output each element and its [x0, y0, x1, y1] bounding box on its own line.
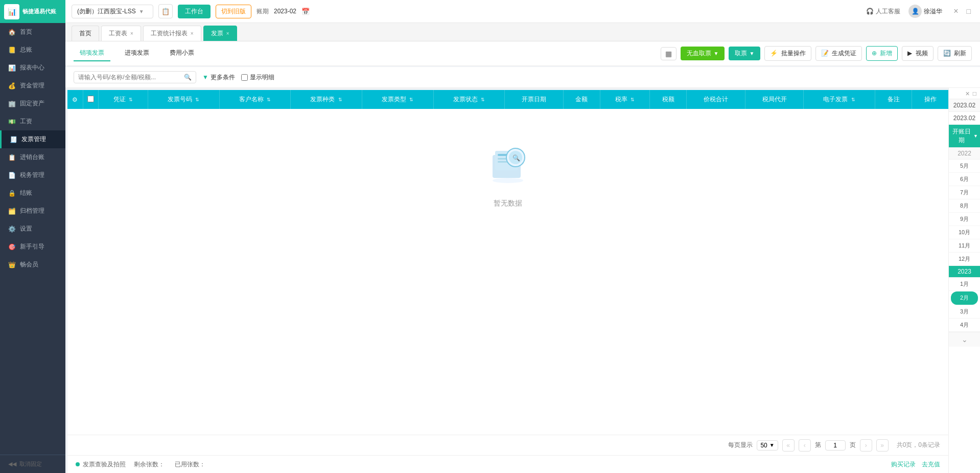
sidebar-item-settings[interactable]: ⚙️ 设置 — [0, 220, 65, 238]
date-expand-label: 开账日期 — [951, 127, 972, 145]
sidebar-item-label: 总账 — [20, 46, 32, 54]
tab-payroll-table[interactable]: 工资表 × — [101, 26, 141, 41]
date-item-9[interactable]: 9月 — [949, 213, 980, 226]
page-input[interactable] — [825, 440, 846, 451]
maximize-window-button[interactable]: □ — [964, 6, 974, 16]
sidebar-item-beginner[interactable]: 🎯 新手引导 — [0, 238, 65, 256]
show-detail-checkbox-wrapper[interactable]: 显示明细 — [241, 73, 274, 82]
payroll-table-close-icon[interactable]: × — [130, 31, 133, 36]
new-button[interactable]: ⊕ 新增 — [866, 46, 898, 61]
refresh-button[interactable]: 🔄 刷新 — [938, 46, 972, 61]
purchase-record-link[interactable]: 购买记录 — [891, 460, 916, 469]
sidebar-item-home[interactable]: 🏠 首页 — [0, 23, 65, 41]
invoice-type-sort-icon[interactable]: ⇅ — [338, 97, 342, 102]
batch-op-button[interactable]: ⚡ 批量操作 — [764, 46, 811, 61]
date-item-4-2023[interactable]: 4月 — [949, 319, 980, 332]
date-item-12[interactable]: 12月 — [949, 253, 980, 266]
col-operations: 操作 — [912, 90, 948, 109]
company-selector[interactable]: (勿删）江西股宝-LSS ▼ — [72, 5, 153, 18]
batch-op-label: 批量操作 — [781, 50, 806, 57]
date-item-2-2023-active[interactable]: 2月 — [951, 291, 978, 305]
grid-view-button[interactable]: ▦ — [661, 47, 676, 60]
sidebar-item-reports[interactable]: 📊 报表中心 — [0, 59, 65, 77]
sidebar-item-tax-mgmt[interactable]: 📄 税务管理 — [0, 166, 65, 184]
copy-button[interactable]: 📋 — [158, 4, 173, 18]
service-button[interactable]: 🎧 人工客服 — [866, 7, 900, 16]
show-detail-checkbox[interactable] — [241, 74, 248, 81]
search-icon[interactable]: 🔍 — [184, 74, 192, 81]
sidebar-item-sales-ledger[interactable]: 📋 进销台账 — [0, 148, 65, 166]
sidebar-item-archive[interactable]: 🗂️ 归档管理 — [0, 202, 65, 220]
invoice-no-sort-icon[interactable]: ⇅ — [195, 97, 199, 102]
gen-voucher-button[interactable]: 📝 生成凭证 — [815, 46, 862, 61]
tab-payroll-stats[interactable]: 工资统计报表 × — [143, 26, 201, 41]
sidebar-item-payroll[interactable]: 💵 工资 — [0, 112, 65, 130]
sidebar-item-closing[interactable]: 🔒 结账 — [0, 184, 65, 202]
sub-tab-purchase[interactable]: 进项发票 — [119, 46, 155, 61]
logo-icon: 📊 — [4, 4, 19, 19]
per-page-select[interactable]: 50 ▼ — [757, 440, 778, 451]
switch-version-button[interactable]: 切到旧版 — [216, 5, 251, 18]
col-amount: 金额 — [563, 90, 600, 109]
date-item-1-2023[interactable]: 1月 — [949, 278, 980, 291]
col-checkbox[interactable] — [83, 90, 98, 109]
status-bar: 发票查验及拍照 剩余张数： 已用张数： 购买记录 去充值 — [67, 455, 948, 473]
date-panel-close-icon[interactable]: × — [964, 89, 971, 98]
customer-sort-icon[interactable]: ⇅ — [267, 97, 271, 102]
date-item-7[interactable]: 7月 — [949, 186, 980, 199]
sidebar-bottom[interactable]: ◀◀ 取消固定 — [0, 455, 65, 473]
gen-voucher-icon: 📝 — [821, 50, 829, 57]
col-tax-total: 价税合计 — [687, 90, 745, 109]
select-all-checkbox[interactable] — [87, 96, 94, 102]
sidebar-logo[interactable]: 📊 畅捷通易代账 — [0, 0, 65, 23]
last-page-button[interactable]: » — [876, 439, 889, 452]
video-icon: ▶ — [907, 50, 912, 57]
search-input[interactable] — [78, 74, 181, 81]
invoice-close-icon[interactable]: × — [226, 31, 229, 36]
tax-icon: 📄 — [8, 172, 16, 179]
sidebar-item-label: 进销台账 — [20, 153, 44, 162]
voucher-sort-icon[interactable]: ⇅ — [129, 97, 133, 102]
video-button[interactable]: ▶ 视频 — [902, 46, 933, 61]
user-info[interactable]: 👤 徐溢华 — [908, 5, 942, 18]
first-page-button[interactable]: « — [782, 439, 795, 452]
close-window-button[interactable]: × — [950, 6, 961, 17]
take-ticket-button[interactable]: 取票 ▼ — [729, 47, 760, 60]
sidebar-item-fixed-assets[interactable]: 🏢 固定资产 — [0, 95, 65, 112]
date-year-month-1: 2023.02 — [953, 102, 975, 109]
date-item-10[interactable]: 10月 — [949, 226, 980, 239]
sidebar-item-invoice-mgmt[interactable]: 🧾 发票管理 — [0, 130, 65, 148]
e-invoice-sort-icon[interactable]: ⇅ — [851, 97, 855, 102]
date-scroll-down-btn[interactable]: ⌄ — [949, 332, 980, 347]
date-item-3-2023[interactable]: 3月 — [949, 305, 980, 319]
date-item-6[interactable]: 6月 — [949, 173, 980, 186]
sidebar-item-general-ledger[interactable]: 📒 总账 — [0, 41, 65, 59]
payroll-stats-close-icon[interactable]: × — [191, 31, 194, 36]
no-cancel-ticket-button[interactable]: 无血取票 ▼ — [681, 47, 725, 60]
search-box[interactable]: 🔍 — [74, 71, 196, 83]
sub-tab-expense[interactable]: 费用小票 — [164, 46, 200, 61]
next-page-button[interactable]: › — [860, 439, 872, 452]
tab-invoice[interactable]: 发票 × — [203, 26, 237, 41]
date-expand-btn[interactable]: 开账日期 ▼ — [949, 125, 980, 148]
date-item-5[interactable]: 5月 — [949, 160, 980, 173]
date-panel-maximize-icon[interactable]: □ — [971, 89, 978, 98]
date-item-11[interactable]: 11月 — [949, 239, 980, 253]
tab-home[interactable]: 首页 — [72, 26, 99, 41]
sidebar-item-member[interactable]: 👑 畅会员 — [0, 256, 65, 274]
prev-page-button[interactable]: ‹ — [799, 439, 811, 452]
recharge-link[interactable]: 去充值 — [922, 460, 940, 469]
tax-rate-sort-icon[interactable]: ⇅ — [631, 97, 635, 102]
sidebar-item-label: 固定资产 — [20, 99, 44, 108]
workbench-button[interactable]: 工作台 — [178, 5, 211, 18]
calendar-icon: 📅 — [301, 8, 310, 15]
invoice-status-sort-icon[interactable]: ⇅ — [481, 97, 485, 102]
more-filter-button[interactable]: ▼ 更多条件 — [202, 73, 235, 82]
sub-tab-sales[interactable]: 销项发票 — [74, 46, 110, 61]
table-scroll: ⚙ 凭证 ⇅ 发票号码 ⇅ — [67, 90, 948, 435]
tabs-bar: 首页 工资表 × 工资统计报表 × 发票 × — [65, 23, 980, 41]
sidebar-item-funds[interactable]: 💰 资金管理 — [0, 77, 65, 95]
invoice-cat-sort-icon[interactable]: ⇅ — [409, 97, 413, 102]
page-suffix: 页 — [850, 441, 856, 449]
date-item-8[interactable]: 8月 — [949, 199, 980, 213]
